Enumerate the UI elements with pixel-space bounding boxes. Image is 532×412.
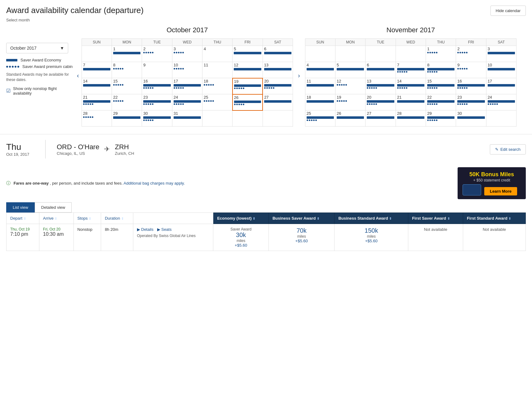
calendar-cell[interactable]: 27 [366, 110, 396, 127]
calendar-cell[interactable]: 11 [305, 78, 335, 94]
economy-unit: miles [217, 239, 264, 243]
col-wed-nov: WED [396, 39, 426, 46]
seats-link[interactable]: ▶ Seats [157, 227, 172, 232]
calendar-cell[interactable]: 10 [172, 62, 202, 78]
calendar-cell[interactable]: 25 [202, 94, 232, 110]
calendar-cell[interactable]: 30 [456, 110, 486, 127]
calendar-cell[interactable]: 17 [486, 78, 516, 94]
fares-note: ⓘ Fares are one-way , per person, and in… [6, 181, 185, 186]
calendar-cell[interactable]: 8 [112, 62, 142, 78]
calendar-cell[interactable]: 7 [396, 62, 426, 78]
calendar-cell[interactable]: 1 [426, 46, 456, 62]
arrive-day: Fri, Oct 20 [43, 227, 70, 231]
legend-dots-premium [6, 66, 19, 68]
calendar-cell[interactable]: 10 [486, 62, 516, 78]
calendar-cell[interactable]: 11 [202, 62, 232, 78]
detailed-view-tab[interactable]: Detailed view [35, 202, 72, 213]
calendar-cell[interactable]: 6 [366, 62, 396, 78]
calendar-cell[interactable]: 28 [82, 110, 112, 127]
calendar-cell[interactable]: 5 [233, 46, 263, 62]
calendar-cell[interactable]: 26 [233, 94, 263, 110]
table-header-row: Depart ⇕ Arrive ⇕ Stops ⇕ Duration ⇕ Eco… [7, 213, 526, 224]
calendar-cell[interactable]: 14 [82, 78, 112, 94]
edit-search-button[interactable]: ✎ Edit search [490, 144, 526, 154]
calendar-cell[interactable]: 19 [233, 78, 263, 94]
depart-time: 7:10 pm [10, 231, 35, 237]
col-header-first-standard[interactable]: First Standard Award ⇕ [463, 213, 525, 224]
calendar-cell[interactable]: 8 [426, 62, 456, 78]
prev-month-button[interactable]: ‹ [74, 71, 82, 80]
calendar-cell [82, 46, 112, 62]
calendar-cell[interactable]: 26 [335, 110, 366, 127]
calendar-cell[interactable]: 30 [142, 110, 172, 127]
calendar-cell[interactable]: 22 [112, 94, 142, 110]
col-fri: FRI [233, 39, 263, 46]
hide-calendar-button[interactable]: Hide calendar [490, 6, 526, 16]
calendar-cell[interactable]: 20 [366, 94, 396, 110]
flight-day: Thu [6, 142, 34, 152]
calendar-cell[interactable]: 21 [396, 94, 426, 110]
col-header-biz-saver[interactable]: Business Saver Award ⇕ [268, 213, 335, 224]
calendar-cell[interactable]: 15 [426, 78, 456, 94]
calendar-cell[interactable]: 1 [112, 46, 142, 62]
calendar-cell[interactable]: 12 [233, 62, 263, 78]
next-month-button[interactable]: › [295, 71, 303, 80]
economy-fare-cell[interactable]: Saver Award 30k miles +$5.60 [213, 224, 268, 251]
ad-title-line1: 50K Bonus Miles [463, 171, 521, 178]
calendar-cell[interactable]: 21 [82, 94, 112, 110]
calendar-cell[interactable]: 3 [172, 46, 202, 62]
info-circle-icon: ⓘ [6, 181, 11, 186]
calendar-cell[interactable]: 9 [142, 62, 172, 78]
col-tue: TUE [142, 39, 172, 46]
calendar-cell[interactable]: 2 [142, 46, 172, 62]
select-month-label: Select month [6, 18, 526, 22]
calendar-cell[interactable]: 18 [305, 94, 335, 110]
october-calendar: October 2017 SUN MON TUE WED THU FRI SAT [82, 24, 293, 127]
details-link[interactable]: ▶ Details [137, 227, 153, 232]
calendar-cell[interactable]: 29 [426, 110, 456, 127]
calendar-cell[interactable]: 12 [335, 78, 366, 94]
calendar-cell[interactable]: 22 [426, 94, 456, 110]
calendar-cell[interactable]: 3 [486, 46, 516, 62]
calendar-cell[interactable]: 25 [305, 110, 335, 127]
view-tabs: List view Detailed view [6, 202, 526, 213]
col-header-economy[interactable]: Economy (lowest) ⇕ [213, 213, 268, 224]
list-view-tab[interactable]: List view [6, 202, 35, 213]
biz-standard-cell[interactable]: 150k miles +$5.60 [335, 224, 408, 251]
calendar-cell[interactable]: 16 [456, 78, 486, 94]
calendar-cell[interactable]: 31 [172, 110, 202, 127]
calendar-cell[interactable]: 4 [202, 46, 232, 62]
nonstop-checkbox-row[interactable]: ☑ Show only nonstop flight availability [6, 86, 74, 96]
calendar-cell[interactable]: 17 [172, 78, 202, 94]
calendar-cell[interactable]: 9 [456, 62, 486, 78]
calendar-cell[interactable]: 13 [366, 78, 396, 94]
calendar-cell[interactable]: 6 [263, 46, 293, 62]
standard-note: Standard Awards may be available for the… [6, 72, 74, 83]
calendar-cell[interactable]: 28 [396, 110, 426, 127]
month-selector[interactable]: October 2017 ▼ [6, 43, 68, 53]
calendar-cell[interactable]: 5 [335, 62, 366, 78]
calendar-cell[interactable]: 23 [142, 94, 172, 110]
biz-saver-cell[interactable]: 70k miles +$5.60 [268, 224, 335, 251]
calendar-cell[interactable]: 16 [142, 78, 172, 94]
calendar-cell[interactable]: 19 [335, 94, 366, 110]
calendar-cell[interactable]: 2 [456, 46, 486, 62]
calendar-cell[interactable]: 23 [456, 94, 486, 110]
calendar-cell[interactable]: 4 [305, 62, 335, 78]
edit-search-label: Edit search [500, 147, 521, 152]
origin-city: Chicago, IL, US [57, 151, 99, 156]
calendar-cell[interactable]: 14 [396, 78, 426, 94]
calendar-cell[interactable]: 15 [112, 78, 142, 94]
calendar-cell[interactable]: 13 [263, 62, 293, 78]
calendar-cell[interactable]: 20 [263, 78, 293, 94]
calendar-cell[interactable]: 29 [112, 110, 142, 127]
col-header-first-saver[interactable]: First Saver Award ⇕ [408, 213, 463, 224]
bag-charges-link[interactable]: Additional bag charges may apply. [124, 181, 185, 186]
calendar-cell[interactable]: 18 [202, 78, 232, 94]
calendar-cell[interactable]: 24 [172, 94, 202, 110]
learn-more-button[interactable]: Learn More [484, 187, 517, 195]
col-header-biz-standard[interactable]: Business Standard Award ⇕ [335, 213, 408, 224]
calendar-cell[interactable]: 7 [82, 62, 112, 78]
calendar-cell[interactable]: 27 [263, 94, 293, 110]
calendar-cell[interactable]: 24 [486, 94, 516, 110]
